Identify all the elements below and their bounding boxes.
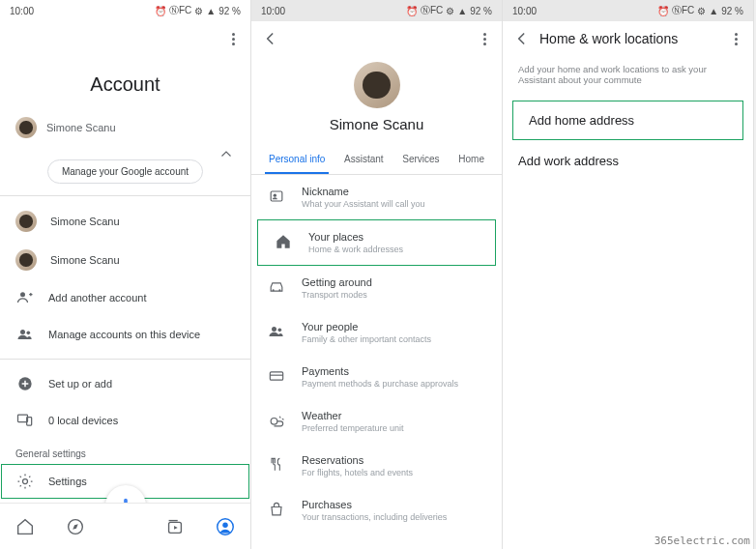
people-icon: [267, 322, 286, 341]
setting-title: Weather: [302, 410, 404, 421]
status-icons: ⏰ⓃFC⚙▲ 92 %: [406, 4, 492, 17]
account-item[interactable]: Simone Scanu: [0, 241, 250, 279]
local-devices[interactable]: 0 local devices: [0, 402, 250, 439]
account-item[interactable]: Simone Scanu: [0, 202, 250, 241]
status-time: 10:00: [261, 6, 285, 16]
setting-subtitle: Payment methods & purchase approvals: [302, 379, 458, 389]
add-another-account[interactable]: Add another account: [0, 279, 250, 316]
setting-subtitle: Your transactions, including deliveries: [302, 512, 447, 522]
setting-title: Nickname: [302, 186, 425, 197]
library-icon: [164, 516, 186, 537]
screen-personal-info: 10:00 ⏰ⓃFC⚙▲ 92 % Simone Scanu Personal …: [251, 0, 503, 549]
overflow-menu-button[interactable]: [728, 31, 743, 46]
arrow-back-icon: [512, 29, 532, 48]
car-icon: [267, 277, 286, 297]
nav-account-button[interactable]: [214, 515, 237, 538]
overflow-menu-button[interactable]: [225, 31, 241, 46]
profile-name: Simone Scanu: [251, 116, 502, 132]
status-bar: 10:00 ⏰ⓃFC⚙▲ 92 %: [251, 0, 502, 21]
status-battery: 92 %: [721, 6, 743, 16]
status-time: 10:00: [512, 6, 537, 16]
appbar: Home & work locations: [503, 21, 753, 56]
card-icon: [267, 366, 286, 386]
appbar: [0, 21, 250, 56]
setting-subtitle: Preferred temperature unit: [302, 423, 404, 433]
list-item-label: Add another account: [48, 292, 147, 303]
home-outline-icon: [15, 516, 36, 537]
nickname-icon: [267, 187, 286, 206]
list-item-label: Manage accounts on this device: [48, 329, 200, 340]
list-item-label: Set up or add: [48, 378, 112, 390]
bag-icon: [267, 500, 286, 519]
setting-subtitle: Home & work addresses: [308, 245, 403, 254]
setting-purchases[interactable]: PurchasesYour transactions, including de…: [251, 488, 502, 533]
setting-title: Reservations: [302, 454, 413, 466]
gear-icon: [15, 472, 35, 491]
setting-weather[interactable]: WeatherPreferred temperature unit: [251, 399, 502, 444]
section-general-settings: General settings: [0, 439, 250, 463]
devices-icon: [15, 411, 35, 430]
manage-google-account-button[interactable]: Manage your Google account: [47, 159, 203, 184]
setting-subtitle: For flights, hotels and events: [302, 468, 413, 477]
back-button[interactable]: [261, 29, 280, 48]
nav-home-button[interactable]: [14, 515, 37, 538]
setting-getting-around[interactable]: Getting aroundTransport modes: [251, 266, 502, 310]
setting-title: Payments: [302, 365, 458, 377]
account-circle-icon: [215, 516, 236, 537]
nav-explore-button[interactable]: [64, 515, 87, 538]
setting-subtitle: Transport modes: [302, 290, 372, 300]
setting-title: Your places: [308, 231, 403, 243]
status-icons: ⏰ⓃFC⚙▲ 92 %: [657, 4, 743, 17]
tab-services[interactable]: Services: [398, 146, 443, 174]
manage-accounts-on-device[interactable]: Manage accounts on this device: [0, 316, 250, 353]
screen-home-work-locations: 10:00 ⏰ⓃFC⚙▲ 92 % Home & work locations …: [503, 0, 754, 549]
overflow-menu-button[interactable]: [477, 31, 492, 46]
setting-subtitle: What your Assistant will call you: [302, 199, 425, 209]
tab-personal-info[interactable]: Personal info: [265, 146, 329, 174]
add-home-address[interactable]: Add home address: [512, 101, 743, 140]
tab-home[interactable]: Home: [454, 146, 488, 174]
setting-payments[interactable]: PaymentsPayment methods & purchase appro…: [251, 355, 502, 399]
status-bar: 10:00 ⏰ⓃFC⚙▲ 92 %: [503, 0, 753, 21]
avatar: [15, 211, 37, 232]
plus-circle-icon: [15, 374, 35, 393]
page-title: Home & work locations: [539, 31, 720, 46]
profile-header[interactable]: Simone Scanu: [0, 113, 250, 142]
list-item-label: Settings: [48, 476, 87, 487]
setting-subtitle: Family & other important contacts: [302, 334, 431, 344]
people-icon: [15, 325, 35, 344]
watermark: 365electric.com: [654, 535, 750, 547]
divider: [0, 195, 250, 196]
avatar: [15, 117, 37, 138]
setting-nickname[interactable]: NicknameWhat your Assistant will call yo…: [251, 175, 502, 219]
set-up-or-add[interactable]: Set up or add: [0, 365, 250, 402]
fork-icon: [267, 455, 286, 475]
compass-icon: [65, 516, 86, 537]
chevron-up-icon[interactable]: [218, 146, 235, 163]
bottom-navigation: [0, 503, 250, 549]
account-name: Simone Scanu: [50, 254, 120, 266]
tab-bar: Personal infoAssistantServicesHome: [251, 146, 502, 174]
status-battery: 92 %: [470, 6, 492, 16]
person-add-icon: [15, 288, 35, 307]
screen-account: 10:00 ⏰ⓃFC⚙▲ 92 % Account Simone Scanu M…: [0, 0, 251, 549]
setting-title: Your people: [302, 321, 431, 332]
tab-assistant[interactable]: Assistant: [340, 146, 388, 174]
divider: [0, 359, 250, 360]
appbar: [251, 21, 502, 56]
status-time: 10:00: [10, 6, 34, 16]
status-icons: ⏰ⓃFC⚙▲ 92 %: [155, 4, 241, 17]
page-title: Account: [0, 73, 250, 96]
description-text: Add your home and work locations to ask …: [503, 56, 753, 99]
nav-library-button[interactable]: [163, 515, 187, 538]
account-name: Simone Scanu: [50, 216, 120, 227]
add-work-address[interactable]: Add work address: [503, 142, 753, 180]
setting-reservations[interactable]: ReservationsFor flights, hotels and even…: [251, 444, 502, 488]
status-battery: 92 %: [218, 6, 241, 16]
avatar: [354, 62, 400, 108]
setting-your-places[interactable]: Your placesHome & work addresses: [258, 220, 495, 265]
back-button[interactable]: [512, 29, 532, 48]
setting-your-people[interactable]: Your peopleFamily & other important cont…: [251, 310, 502, 355]
list-item-label: 0 local devices: [48, 415, 118, 426]
weather-icon: [267, 411, 286, 430]
